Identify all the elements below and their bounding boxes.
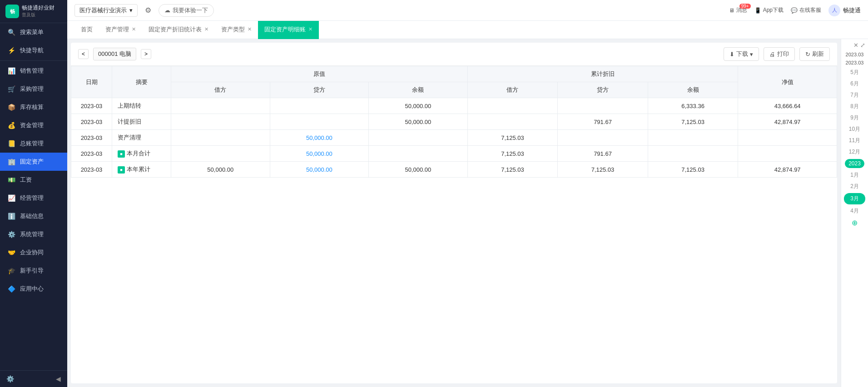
user-menu[interactable]: 人 畅捷通 bbox=[828, 5, 861, 16]
messages-button[interactable]: 🖥 消息 99+ bbox=[729, 6, 747, 14]
settings-icon[interactable]: ⚙️ bbox=[6, 375, 14, 382]
td-acc-credit bbox=[558, 98, 648, 114]
next-asset-button[interactable]: > bbox=[141, 49, 151, 59]
sidebar-item-ledger[interactable]: 📒 总账管理 bbox=[0, 134, 67, 153]
tab-asset-type[interactable]: 资产类型 ✕ bbox=[215, 21, 258, 39]
experience-cloud-icon: ☁ bbox=[164, 7, 170, 14]
tab-depreciation-close[interactable]: ✕ bbox=[204, 26, 208, 32]
asset-detail-table: 日期 摘要 原值 累计折旧 净值 借方 贷方 余额 借方 贷方 余额 bbox=[71, 66, 837, 178]
tab-asset-detail[interactable]: 固定资产明细账 ✕ bbox=[258, 21, 319, 39]
sidebar-item-label: 工资 bbox=[20, 176, 32, 184]
sidebar-item-fixed-assets[interactable]: 🏢 固定资产 bbox=[0, 153, 67, 171]
td-orig-balance bbox=[369, 146, 468, 162]
sidebar-item-enterprise[interactable]: 🤝 企业协同 bbox=[0, 243, 67, 262]
company-selector[interactable]: 医疗器械行业演示 ▾ bbox=[74, 4, 138, 17]
time-month-10[interactable]: 10月 bbox=[841, 124, 868, 135]
app-download-button[interactable]: 📱 App下载 bbox=[754, 6, 784, 14]
td-date: 2023-03 bbox=[71, 130, 112, 146]
asset-code: 000001 电脑 bbox=[93, 48, 136, 60]
td-orig-credit bbox=[270, 114, 369, 130]
td-acc-balance: 7,125.03 bbox=[648, 162, 738, 178]
sidebar-item-sales[interactable]: 📊 销售管理 bbox=[0, 62, 67, 80]
tab-asset-mgmt[interactable]: 资产管理 ✕ bbox=[99, 21, 142, 39]
sidebar-item-system[interactable]: ⚙️ 系统管理 bbox=[0, 225, 67, 243]
time-panel-close-button[interactable]: ✕ bbox=[853, 42, 858, 49]
sidebar-item-label: 总账管理 bbox=[20, 139, 44, 148]
sidebar-item-finance[interactable]: 💰 资金管理 bbox=[0, 116, 67, 134]
tab-home-label: 首页 bbox=[81, 25, 93, 34]
collapse-icon[interactable]: ◀ bbox=[56, 375, 61, 382]
time-month-1[interactable]: 1月 bbox=[841, 169, 868, 181]
td-acc-balance: 7,125.03 bbox=[648, 114, 738, 130]
payroll-icon: 💵 bbox=[7, 176, 15, 184]
time-month-6[interactable]: 6月 bbox=[841, 78, 868, 89]
td-net-value bbox=[738, 130, 837, 146]
th-accumulated-depreciation: 累计折旧 bbox=[467, 66, 738, 82]
sidebar-item-label: 经营管理 bbox=[20, 194, 44, 202]
tab-asset-detail-label: 固定资产明细账 bbox=[264, 25, 306, 34]
prev-asset-button[interactable]: < bbox=[78, 49, 89, 59]
tab-asset-type-close[interactable]: ✕ bbox=[248, 26, 252, 32]
refresh-icon: ↻ bbox=[805, 51, 810, 58]
td-memo: 资产清理 bbox=[112, 130, 171, 146]
time-year-date-1: 2023.03 bbox=[841, 50, 868, 59]
td-orig-credit bbox=[270, 98, 369, 114]
sidebar-bottom: ⚙️ ◀ bbox=[0, 370, 67, 387]
print-button[interactable]: 🖨 打印 bbox=[764, 47, 795, 61]
sidebar-item-search[interactable]: 🔍 搜索菜单 bbox=[0, 23, 67, 41]
sidebar-item-operations[interactable]: 📈 经营管理 bbox=[0, 189, 67, 207]
time-month-5[interactable]: 5月 bbox=[841, 67, 868, 78]
time-month-9[interactable]: 9月 bbox=[841, 112, 868, 124]
sidebar-item-apps[interactable]: 🔷 应用中心 bbox=[0, 280, 67, 298]
sidebar-item-payroll[interactable]: 💵 工资 bbox=[0, 171, 67, 189]
download-button[interactable]: ⬇ 下载 ▾ bbox=[724, 47, 759, 61]
td-orig-balance: 50,000.00 bbox=[369, 98, 468, 114]
time-scroll-down[interactable]: ⊕ bbox=[841, 217, 868, 229]
sidebar-item-purchase[interactable]: 🛒 采购管理 bbox=[0, 80, 67, 98]
time-panel-expand-button[interactable]: ⤢ bbox=[860, 42, 865, 49]
messages-icon: 🖥 bbox=[729, 7, 734, 14]
time-year-badge[interactable]: 2023 bbox=[845, 159, 864, 168]
time-month-12[interactable]: 12月 bbox=[841, 146, 868, 158]
operations-icon: 📈 bbox=[7, 194, 15, 202]
time-month-2[interactable]: 2月 bbox=[841, 181, 868, 192]
time-month-3-active[interactable]: 3月 bbox=[844, 193, 865, 204]
td-acc-balance bbox=[648, 146, 738, 162]
print-icon: 🖨 bbox=[769, 51, 775, 58]
td-acc-credit: 791.67 bbox=[558, 114, 648, 130]
tab-depreciation-table[interactable]: 固定资产折旧统计表 ✕ bbox=[142, 21, 215, 39]
th-net-value: 净值 bbox=[738, 66, 837, 98]
table-row: 2023-03 计提折旧 50,000.00 791.67 7,125.03 4… bbox=[71, 114, 837, 130]
experience-button[interactable]: ☁ 我要体验一下 bbox=[159, 4, 214, 17]
tab-asset-mgmt-label: 资产管理 bbox=[105, 25, 129, 34]
customer-service-button[interactable]: 💬 在线客服 bbox=[791, 6, 821, 14]
th-acc-debit: 借方 bbox=[467, 82, 558, 98]
refresh-button[interactable]: ↻ 刷新 bbox=[799, 47, 830, 61]
td-acc-debit: 7,125.03 bbox=[467, 162, 558, 178]
sidebar-item-guide[interactable]: 🎓 新手引导 bbox=[0, 262, 67, 280]
th-orig-credit: 贷方 bbox=[270, 82, 369, 98]
sidebar-item-label: 采购管理 bbox=[20, 85, 44, 93]
tab-asset-detail-close[interactable]: ✕ bbox=[308, 26, 312, 32]
sidebar-item-inventory[interactable]: 📦 库存核算 bbox=[0, 98, 67, 116]
sidebar-item-quick-nav[interactable]: ⚡ 快捷导航 bbox=[0, 41, 67, 60]
td-acc-credit: 7,125.03 bbox=[558, 162, 648, 178]
tab-home[interactable]: 首页 bbox=[74, 21, 99, 39]
td-date: 2023-03 bbox=[71, 98, 112, 114]
time-month-8[interactable]: 8月 bbox=[841, 101, 868, 112]
logo-icon: 畅 bbox=[5, 5, 19, 18]
td-orig-debit bbox=[171, 114, 270, 130]
th-original-value: 原值 bbox=[171, 66, 468, 82]
sidebar-item-basic-info[interactable]: ℹ️ 基础信息 bbox=[0, 207, 67, 225]
download-label: 下载 bbox=[736, 50, 748, 58]
sidebar: 畅 畅捷通好业财 普及版 🔍 搜索菜单 ⚡ 快捷导航 📊 销售管理 🛒 采购管理… bbox=[0, 0, 67, 387]
sidebar-item-label: 快捷导航 bbox=[20, 46, 44, 55]
table-row: 2023-03 上期结转 50,000.00 6,333.36 43,666.6… bbox=[71, 98, 837, 114]
td-acc-debit bbox=[467, 114, 558, 130]
print-label: 打印 bbox=[777, 50, 789, 58]
time-month-4[interactable]: 4月 bbox=[841, 205, 868, 217]
tab-asset-mgmt-close[interactable]: ✕ bbox=[132, 26, 136, 32]
settings-button[interactable]: ⚙ bbox=[143, 4, 153, 16]
time-month-7[interactable]: 7月 bbox=[841, 89, 868, 101]
time-month-11[interactable]: 11月 bbox=[841, 135, 868, 146]
